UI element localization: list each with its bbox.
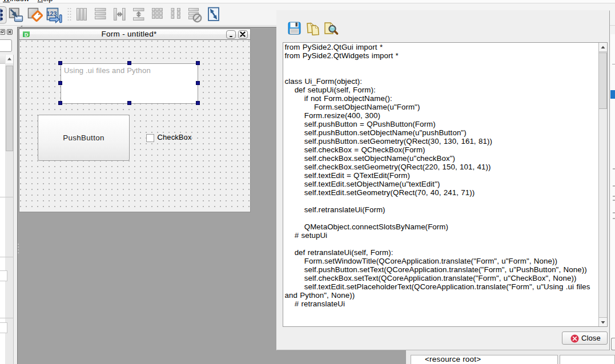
svg-text:123: 123 — [46, 10, 57, 17]
svg-text:D: D — [25, 31, 29, 37]
